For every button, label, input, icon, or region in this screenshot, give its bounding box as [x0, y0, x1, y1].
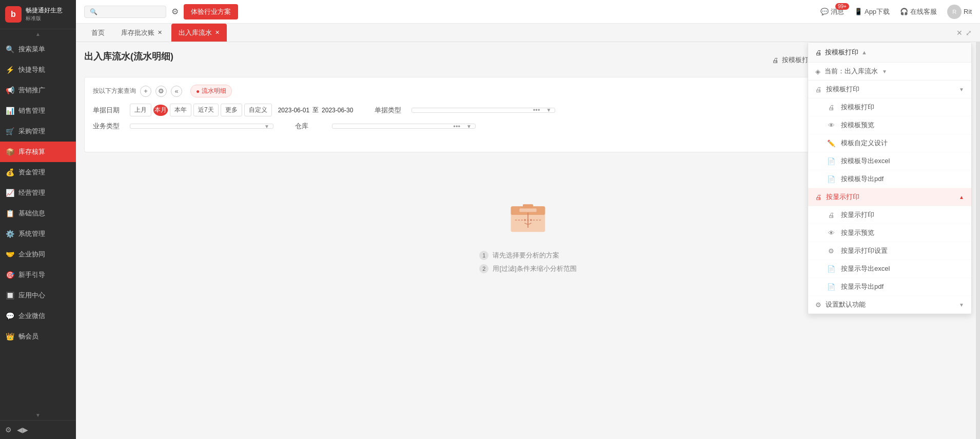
- sidebar-item-guide[interactable]: 🎯 新手引导: [0, 265, 76, 285]
- sidebar-quicknav-label: 快捷导航: [18, 65, 45, 74]
- app-download-button[interactable]: 📱 App下载: [854, 7, 890, 16]
- business-type-select[interactable]: [130, 124, 273, 129]
- flow-detail-dot: ●: [196, 88, 200, 95]
- sidebar-item-search[interactable]: 🔍 搜索菜单: [0, 39, 76, 59]
- service-icon: 🎧: [900, 8, 908, 15]
- tab-batch[interactable]: 库存批次账 ✕: [114, 24, 169, 42]
- batch-tab-close[interactable]: ✕: [158, 29, 162, 36]
- display-settings-label: 按显示打印设置: [841, 246, 888, 255]
- trial-button[interactable]: 体验行业方案: [184, 4, 238, 19]
- flow-tab-close[interactable]: ✕: [215, 29, 220, 36]
- sidebar-item-system[interactable]: ⚙️ 系统管理: [0, 224, 76, 244]
- collapse-sidebar-icon[interactable]: ◀▶: [17, 426, 28, 434]
- bill-type-select-wrapper: ▼ •••: [411, 108, 555, 113]
- print-section-display[interactable]: 🖨 按显示打印 ▲: [808, 188, 971, 206]
- print-template-export-excel-item[interactable]: 📄 按模板导出excel: [808, 152, 971, 170]
- date-last7[interactable]: 近7天: [193, 104, 219, 116]
- bill-type-label: 单据类型: [375, 106, 405, 115]
- print-template-section-label: 按模板打印: [826, 85, 859, 94]
- svg-point-6: [524, 219, 526, 221]
- sidebar-item-inventory[interactable]: 📦 库存核算: [0, 142, 76, 162]
- sidebar-guide-label: 新手引导: [18, 270, 45, 280]
- sidebar-item-operations[interactable]: 📈 经营管理: [0, 183, 76, 203]
- print-display-export-excel-item[interactable]: 📄 按显示导出excel: [808, 260, 971, 278]
- topbar-search-box[interactable]: 🔍: [84, 6, 166, 18]
- sidebar-item-basic[interactable]: 📋 基础信息: [0, 203, 76, 224]
- sidebar-item-finance[interactable]: 💰 资金管理: [0, 162, 76, 183]
- tab-flow[interactable]: 出入库流水 ✕: [171, 24, 227, 42]
- app-edition: 标准版: [26, 15, 63, 22]
- right-scrollbar[interactable]: [976, 42, 980, 439]
- sales-icon: 📊: [5, 107, 14, 115]
- marketing-icon: 📢: [5, 86, 14, 94]
- sidebar-item-wechat[interactable]: 💬 企业微信: [0, 306, 76, 326]
- empty-step-1: 1 请先选择要分析的方案: [479, 251, 576, 260]
- print-display-settings-item[interactable]: ⚙ 按显示打印设置: [808, 242, 971, 260]
- template-custom-label: 模板自定义设计: [841, 138, 888, 148]
- tab-home[interactable]: 首页: [84, 24, 112, 42]
- print-default-section-icon: ⚙: [815, 301, 821, 309]
- date-range: 2023-06-01 至 2023-06-30: [278, 106, 354, 114]
- inventory-icon: 📦: [5, 148, 14, 156]
- warehouse-more-icon[interactable]: •••: [453, 123, 460, 130]
- sidebar-item-sales[interactable]: 📊 销售管理: [0, 101, 76, 121]
- print-section-template-label-row: 🖨 按模板打印: [815, 85, 859, 94]
- filter-settings-button[interactable]: ⚙: [155, 86, 167, 97]
- flow-detail-tag[interactable]: ● 流水明细: [190, 85, 232, 97]
- date-more[interactable]: 更多: [221, 104, 242, 116]
- display-settings-icon: ⚙: [827, 247, 836, 255]
- flow-detail-label: 流水明细: [202, 87, 226, 95]
- date-this-year[interactable]: 本年: [170, 104, 191, 116]
- print-current-icon: ◈: [815, 68, 820, 75]
- print-section-default[interactable]: ⚙ 设置默认功能 ▼: [808, 296, 971, 314]
- sidebar-item-purchase[interactable]: 🛒 采购管理: [0, 121, 76, 142]
- sidebar-item-appcenter[interactable]: 🔲 应用中心: [0, 285, 76, 306]
- svg-rect-5: [519, 209, 536, 212]
- filter-collapse-button[interactable]: «: [171, 86, 182, 97]
- system-icon: ⚙️: [5, 230, 14, 238]
- print-section-template[interactable]: 🖨 按模板打印 ▼: [808, 81, 971, 98]
- appcenter-icon: 🔲: [5, 291, 14, 300]
- svg-point-7: [530, 219, 532, 221]
- bill-type-more-icon[interactable]: •••: [533, 106, 540, 114]
- print-current-label: 当前：出入库流水: [825, 67, 878, 76]
- print-dropdown-header-chevron: ▲: [861, 49, 867, 55]
- settings-bottom-icon[interactable]: ⚙: [5, 426, 12, 434]
- date-custom[interactable]: 自定义: [244, 104, 272, 116]
- sidebar: b 畅捷通好生意 标准版 ▲ 🔍 搜索菜单 ⚡ 快捷导航 📢 营销推广 📊 销售…: [0, 0, 76, 439]
- sidebar-appcenter-label: 应用中心: [18, 291, 45, 300]
- window-maximize-icon[interactable]: ⤢: [966, 29, 972, 37]
- sidebar-scroll-down[interactable]: ▼: [0, 410, 76, 420]
- topbar-gear-icon[interactable]: ⚙: [171, 7, 179, 16]
- print-template-print-item[interactable]: 🖨 按模板打印: [808, 98, 971, 116]
- print-template-export-pdf-item[interactable]: 📄 按模板导出pdf: [808, 170, 971, 188]
- business-type-wrapper: ▼: [130, 124, 273, 129]
- print-display-section-chevron: ▲: [959, 194, 964, 200]
- sidebar-item-member[interactable]: 👑 畅会员: [0, 326, 76, 347]
- template-print-icon: 🖨: [827, 104, 836, 111]
- window-close-icon[interactable]: ✕: [956, 29, 963, 37]
- date-last-month[interactable]: 上月: [130, 104, 151, 116]
- warehouse-wrapper: ▼ •••: [332, 124, 476, 129]
- sidebar-scroll-up[interactable]: ▲: [0, 29, 76, 39]
- sidebar-item-collab[interactable]: 🤝 企业协同: [0, 244, 76, 265]
- sidebar-logo: b 畅捷通好生意 标准版: [0, 0, 76, 29]
- service-button[interactable]: 🎧 在线客服: [900, 7, 937, 16]
- print-display-export-pdf-item[interactable]: 📄 按显示导出pdf: [808, 278, 971, 296]
- sidebar-item-quicknav[interactable]: ⚡ 快捷导航: [0, 59, 76, 80]
- sidebar-item-marketing[interactable]: 📢 营销推广: [0, 80, 76, 101]
- print-template-preview-item[interactable]: 👁 按模板预览: [808, 116, 971, 134]
- print-display-preview-item[interactable]: 👁 按显示预览: [808, 224, 971, 242]
- sidebar-nav: 🔍 搜索菜单 ⚡ 快捷导航 📢 营销推广 📊 销售管理 🛒 采购管理 📦 库存核…: [0, 39, 76, 410]
- date-this-month[interactable]: 本月: [153, 105, 168, 116]
- template-export-excel-label: 按模板导出excel: [841, 156, 890, 166]
- step-2-num: 2: [479, 264, 488, 273]
- add-filter-button[interactable]: +: [140, 86, 151, 97]
- print-template-custom-item[interactable]: ✏️ 模板自定义设计: [808, 134, 971, 152]
- print-display-print-item[interactable]: 🖨 按显示打印: [808, 206, 971, 224]
- purchase-icon: 🛒: [5, 127, 14, 135]
- template-export-excel-icon: 📄: [827, 157, 836, 165]
- sidebar-system-label: 系统管理: [18, 229, 45, 238]
- user-avatar-button[interactable]: R Rit: [947, 5, 972, 19]
- message-button[interactable]: 💬 消息 99+: [820, 7, 844, 16]
